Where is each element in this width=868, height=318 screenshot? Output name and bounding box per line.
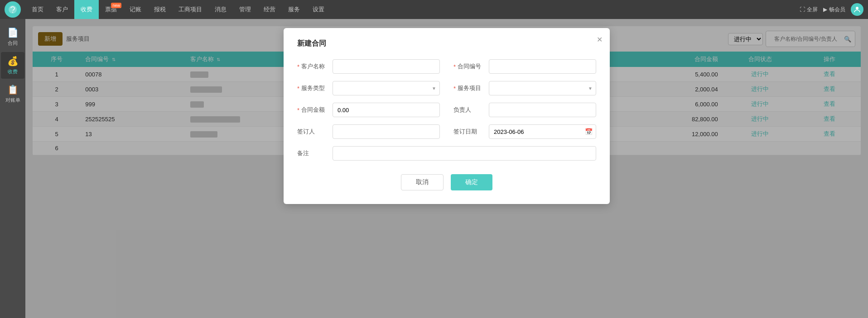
form-row-service-type: * 服务类型 ▼ xyxy=(297,81,440,95)
contract-no-label: * 合同编号 xyxy=(453,62,485,71)
svg-point-1 xyxy=(856,7,858,9)
nav-bookkeeping[interactable]: 记账 xyxy=(123,0,148,19)
app-logo xyxy=(5,1,21,18)
top-navigation: 首页 客户 收费 票据 new 记账 报税 工商项目 消息 管理 经营 服务 设… xyxy=(0,0,868,19)
user-avatar[interactable] xyxy=(851,3,863,16)
signer-label: 签订人 xyxy=(297,128,329,136)
service-type-label: * 服务类型 xyxy=(297,84,329,92)
nav-customer[interactable]: 客户 xyxy=(50,0,74,19)
modal-overlay: 新建合同 ✕ * 客户名称 xyxy=(25,19,868,318)
form-row-remark: 备注 xyxy=(297,146,596,161)
responsible-input[interactable] xyxy=(489,103,596,117)
service-item-label: * 服务项目 xyxy=(453,84,485,92)
fullscreen-icon: ⛶ xyxy=(800,6,805,13)
nav-operation[interactable]: 经营 xyxy=(257,0,282,19)
form-grid: * 客户名称 * 合同编号 xyxy=(297,59,596,161)
sidebar-item-billing[interactable]: 💰 收费 xyxy=(1,52,24,79)
nav-items: 首页 客户 收费 票据 new 记账 报税 工商项目 消息 管理 经营 服务 设… xyxy=(25,0,800,19)
svg-point-0 xyxy=(12,12,13,13)
nav-business[interactable]: 工商项目 xyxy=(172,0,208,19)
cancel-button[interactable]: 取消 xyxy=(401,174,444,190)
signer-input[interactable] xyxy=(333,124,440,139)
customer-name-input[interactable] xyxy=(333,59,440,74)
contract-icon: 📄 xyxy=(7,27,19,38)
fullscreen-button[interactable]: ⛶ 全屏 xyxy=(800,6,818,14)
nav-settings[interactable]: 设置 xyxy=(306,0,331,19)
amount-label: * 合同金额 xyxy=(297,106,329,114)
form-row-service-item: * 服务项目 ▼ xyxy=(453,81,596,95)
sidebar: 📄 合同 💰 收费 📋 对账单 xyxy=(0,19,25,318)
modal-footer: 取消 确定 xyxy=(297,174,596,190)
form-row-sign-date: 签订日期 📅 xyxy=(453,124,596,139)
sidebar-label-statement: 对账单 xyxy=(5,97,20,104)
nav-tax[interactable]: 报税 xyxy=(148,0,172,19)
modal-close-button[interactable]: ✕ xyxy=(597,35,603,44)
nav-billing[interactable]: 收费 xyxy=(74,0,99,19)
form-row-signer: 签订人 xyxy=(297,124,440,139)
main-layout: 📄 合同 💰 收费 📋 对账单 新增 服务项目 进行中 已完成 已终止 xyxy=(0,19,868,318)
confirm-button[interactable]: 确定 xyxy=(451,174,492,190)
modal-title: 新建合同 xyxy=(297,39,596,48)
nav-message[interactable]: 消息 xyxy=(208,0,233,19)
sidebar-item-contract[interactable]: 📄 合同 xyxy=(1,24,24,50)
form-row-amount: * 合同金额 xyxy=(297,103,440,117)
sidebar-item-statement[interactable]: 📋 对账单 xyxy=(1,81,24,107)
remark-input[interactable] xyxy=(333,146,596,161)
nav-invoice[interactable]: 票据 new xyxy=(99,0,123,19)
contract-no-input[interactable] xyxy=(489,59,596,74)
form-row-contract-no: * 合同编号 xyxy=(453,59,596,74)
new-contract-modal: 新建合同 ✕ * 客户名称 xyxy=(284,28,610,204)
form-row-customer: * 客户名称 xyxy=(297,59,440,74)
member-button[interactable]: ▶ 畅会员 xyxy=(823,6,845,14)
play-icon: ▶ xyxy=(823,6,827,13)
new-badge: new xyxy=(111,3,121,8)
amount-input[interactable] xyxy=(333,103,440,117)
nav-right-actions: ⛶ 全屏 ▶ 畅会员 xyxy=(800,3,863,16)
nav-service[interactable]: 服务 xyxy=(282,0,306,19)
service-type-select[interactable] xyxy=(333,81,440,95)
main-content: 新增 服务项目 进行中 已完成 已终止 🔍 xyxy=(25,19,868,318)
nav-home[interactable]: 首页 xyxy=(25,0,50,19)
remark-label: 备注 xyxy=(297,149,329,157)
sign-date-input[interactable] xyxy=(489,124,596,139)
billing-icon: 💰 xyxy=(7,56,19,66)
sign-date-label: 签订日期 xyxy=(453,128,485,136)
sidebar-label-contract: 合同 xyxy=(8,40,18,47)
form-row-responsible: 负责人 xyxy=(453,103,596,117)
service-item-select[interactable] xyxy=(489,81,596,95)
responsible-label: 负责人 xyxy=(453,106,485,114)
customer-name-label: * 客户名称 xyxy=(297,62,329,71)
sidebar-label-billing: 收费 xyxy=(8,68,18,75)
nav-manage[interactable]: 管理 xyxy=(233,0,257,19)
statement-icon: 📋 xyxy=(7,84,19,95)
